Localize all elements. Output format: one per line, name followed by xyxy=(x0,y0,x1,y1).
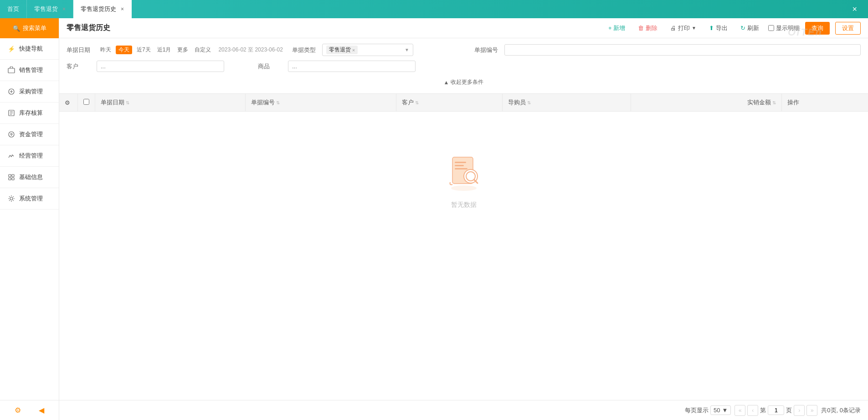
show-detail-checkbox[interactable]: 显示明细 xyxy=(768,24,800,32)
page-total: 共0页, 0条记录 xyxy=(821,406,861,415)
tab-retail-return-close[interactable]: × xyxy=(62,6,66,12)
th-date[interactable]: 单据日期 ⇅ xyxy=(95,94,246,112)
data-table: ⚙ 单据日期 ⇅ 单据编号 xyxy=(59,94,868,246)
doc-number-label: 单据编号 xyxy=(474,46,502,54)
sidebar-item-sales[interactable]: 销售管理 xyxy=(0,60,59,81)
sidebar-item-basic-label: 基础信息 xyxy=(19,173,43,181)
collapse-sidebar-icon[interactable]: ◀ xyxy=(39,406,44,415)
sidebar-search-label: 搜索菜单 xyxy=(23,24,46,32)
date-today[interactable]: 今天 xyxy=(116,46,132,54)
window-close-button[interactable]: × xyxy=(848,5,861,14)
th-customer[interactable]: 客户 ⇅ xyxy=(396,94,503,112)
page-next-button[interactable]: › xyxy=(794,405,805,416)
th-amount[interactable]: 实销金额 ⇅ xyxy=(631,94,781,112)
th-checkbox[interactable] xyxy=(77,94,95,112)
sidebar-item-purchase-label: 采购管理 xyxy=(19,87,43,96)
sidebar-item-basic[interactable]: 基础信息 xyxy=(0,167,59,188)
th-number[interactable]: 单据编号 ⇅ xyxy=(246,94,396,112)
content-area: 零售退货历史 + 新增 🗑 删除 🖨 打印 ▼ ⬆ 导出 xyxy=(59,18,868,420)
customer-input[interactable] xyxy=(97,61,224,72)
delete-button-label: 删除 xyxy=(646,24,657,32)
doc-type-value: 零售退货 xyxy=(329,46,351,54)
page-first-button[interactable]: « xyxy=(734,405,745,416)
collapse-row: ▲ 收起更多条件 xyxy=(67,77,861,88)
table-body: 暂无数据 xyxy=(59,112,868,246)
sidebar-menu: ⚡ 快捷导航 销售管理 采购管理 xyxy=(0,38,59,400)
tab-retail-history[interactable]: 零售退货历史 × xyxy=(73,0,132,18)
collapse-button[interactable]: ▲ 收起更多条件 xyxy=(438,77,489,88)
operations-icon xyxy=(7,152,15,160)
print-icon: 🖨 xyxy=(670,25,676,31)
sidebar-item-operations[interactable]: 经营管理 xyxy=(0,145,59,167)
refresh-button[interactable]: ↻ 刷新 xyxy=(737,22,763,34)
delete-button[interactable]: 🗑 删除 xyxy=(634,22,661,34)
date-more[interactable]: 更多 xyxy=(175,46,190,54)
page-prev-button[interactable]: ‹ xyxy=(747,405,758,416)
empty-state: 暂无数据 xyxy=(59,112,868,246)
th-settings[interactable]: ⚙ xyxy=(59,94,77,112)
doc-type-select[interactable]: 零售退货 × ▼ xyxy=(322,44,413,56)
export-icon: ⬆ xyxy=(709,25,714,31)
page-nav: « ‹ 第 页 › » xyxy=(734,405,817,416)
date-custom[interactable]: 自定义 xyxy=(193,46,213,54)
page-size-arrow-icon: ▼ xyxy=(722,407,728,414)
date-1month[interactable]: 近1月 xyxy=(155,46,173,54)
show-detail-input[interactable] xyxy=(768,25,774,31)
sidebar-item-system-label: 系统管理 xyxy=(19,195,43,203)
page-last-button[interactable]: » xyxy=(806,405,817,416)
purchase-icon xyxy=(7,87,15,96)
svg-rect-7 xyxy=(12,178,14,180)
th-guide[interactable]: 导购员 ⇅ xyxy=(503,94,631,112)
date-yesterday[interactable]: 昨天 xyxy=(98,46,113,54)
page-title: 零售退货历史 xyxy=(67,23,110,33)
sidebar-search[interactable]: 🔍 搜索菜单 xyxy=(0,18,59,38)
select-all-checkbox[interactable] xyxy=(83,99,89,105)
export-button[interactable]: ⬆ 导出 xyxy=(705,22,731,34)
tab-retail-history-label: 零售退货历史 xyxy=(81,5,116,13)
print-arrow-icon: ▼ xyxy=(692,26,696,31)
print-button-label: 打印 xyxy=(678,24,690,32)
th-number-label: 单据编号 xyxy=(251,98,275,107)
page-size-box[interactable]: 50 ▼ xyxy=(710,405,731,415)
new-button[interactable]: + 新增 xyxy=(605,22,629,34)
tab-home[interactable]: 首页 xyxy=(0,0,27,18)
date-label: 单据日期 xyxy=(67,46,94,54)
page-size-label: 每页显示 xyxy=(685,406,709,415)
doc-type-tag: 零售退货 × xyxy=(326,46,358,54)
th-customer-sort-icon: ⇅ xyxy=(415,100,419,105)
doc-type-remove[interactable]: × xyxy=(352,47,355,53)
sidebar-bottom: ⚙ ◀ xyxy=(0,400,59,420)
tab-retail-history-close[interactable]: × xyxy=(121,6,124,12)
sidebar-item-inventory-label: 库存核算 xyxy=(19,109,43,117)
quicknav-icon: ⚡ xyxy=(7,45,15,53)
sidebar-item-purchase[interactable]: 采购管理 xyxy=(0,81,59,102)
print-button[interactable]: 🖨 打印 ▼ xyxy=(667,22,700,34)
settings-bottom-icon[interactable]: ⚙ xyxy=(15,406,21,415)
show-detail-label: 显示明细 xyxy=(776,24,800,32)
tab-retail-return[interactable]: 零售退货 × xyxy=(27,0,73,18)
svg-rect-0 xyxy=(8,68,15,73)
sidebar-item-finance[interactable]: 资金管理 xyxy=(0,124,59,145)
th-customer-label: 客户 xyxy=(402,98,414,107)
pagination: 每页显示 50 ▼ « ‹ 第 页 › » 共0页, 0条记录 xyxy=(59,400,868,420)
query-button[interactable]: 查询 xyxy=(805,22,830,35)
system-icon xyxy=(7,195,15,203)
th-number-sort-icon: ⇅ xyxy=(276,100,280,105)
table-container: ⚙ 单据日期 ⇅ 单据编号 xyxy=(59,94,868,400)
sidebar-item-system[interactable]: 系统管理 xyxy=(0,188,59,210)
sidebar-item-quicknav[interactable]: ⚡ 快捷导航 xyxy=(0,38,59,60)
settings-button[interactable]: 设置 xyxy=(835,22,861,35)
doc-number-input[interactable] xyxy=(504,44,861,56)
page-number-input[interactable] xyxy=(768,405,784,415)
date-shortcuts: 昨天 今天 近7天 近1月 更多 自定义 xyxy=(98,46,213,54)
table-settings-icon[interactable]: ⚙ xyxy=(65,99,70,106)
th-guide-sort-icon: ⇅ xyxy=(527,100,531,105)
customer-label: 客户 xyxy=(67,62,94,71)
goods-input[interactable] xyxy=(288,61,416,72)
refresh-button-label: 刷新 xyxy=(747,24,759,32)
th-amount-sort-icon: ⇅ xyxy=(772,100,776,105)
date-7days[interactable]: 近7天 xyxy=(135,46,153,54)
svg-rect-12 xyxy=(455,162,466,163)
sidebar-item-inventory[interactable]: 库存核算 xyxy=(0,102,59,124)
page-size-value: 50 xyxy=(714,407,720,414)
